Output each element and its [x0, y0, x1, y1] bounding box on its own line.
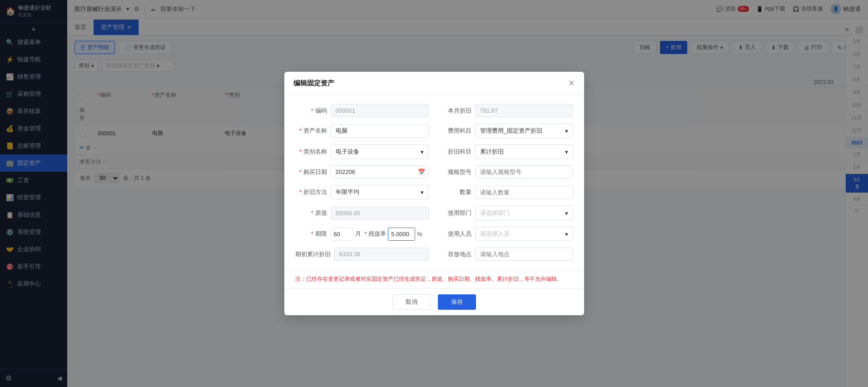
- purchase-date-wrap: 📅: [331, 165, 429, 179]
- form-item-department: 使用部门 请选择部门 ▾: [440, 206, 573, 220]
- expense-cat-select[interactable]: 管理费用_固定资产折旧 ▾: [475, 124, 573, 138]
- monthly-dep-input: [475, 104, 573, 117]
- original-value-label: 原值: [295, 209, 327, 217]
- period-unit: 月: [355, 230, 361, 238]
- residual-rate-input: [388, 228, 415, 241]
- purchase-date-label: 购买日期: [295, 168, 327, 176]
- accum-dep-label: 期初累计折旧: [295, 250, 331, 258]
- form-item-code: 编码: [295, 104, 429, 117]
- user-label: 使用人员: [440, 230, 471, 238]
- form-item-period-residual: 期限 月 * 残值率 %: [295, 227, 429, 241]
- period-label: 期限: [295, 230, 327, 238]
- form-item-dep-cat: 折旧科目 累计折旧 ▾: [440, 144, 573, 159]
- dep-method-select[interactable]: 年限平均 ▾: [331, 185, 429, 199]
- category-label: 类别名称: [295, 148, 327, 156]
- purchase-date-input[interactable]: [331, 165, 429, 179]
- form-item-asset-name: 资产名称: [295, 124, 429, 138]
- dialog-body: 编码 本月折旧 资产名称 费用科目 管理费用_固定资产折旧: [284, 95, 584, 270]
- dialog-note: 注：已经存在变更记录或者对应固定资产已经生成凭证，原值、购买日期、残值率、累计折…: [284, 270, 584, 288]
- code-input[interactable]: [331, 104, 429, 117]
- dialog-title: 编辑固定资产: [293, 79, 334, 88]
- dialog-footer: 取消 保存: [284, 288, 584, 315]
- monthly-dep-label: 本月折旧: [440, 107, 471, 115]
- asset-name-label: 资产名称: [295, 127, 327, 135]
- edit-asset-dialog: 编辑固定资产 ✕ 编码 本月折旧 资产名称: [284, 72, 584, 315]
- quantity-input[interactable]: [475, 186, 573, 199]
- dropdown-arrow5: ▾: [565, 210, 568, 217]
- calendar-icon: 📅: [418, 169, 425, 175]
- location-label: 存放地点: [440, 250, 471, 258]
- dropdown-arrow6: ▾: [565, 231, 568, 238]
- location-input[interactable]: [475, 248, 573, 261]
- user-select[interactable]: 请选择人员 ▾: [475, 227, 573, 241]
- form-item-quantity: 数量: [440, 185, 573, 199]
- code-label: 编码: [295, 107, 327, 115]
- spec-label: 规格型号: [440, 168, 471, 176]
- dialog-overlay: 编辑固定资产 ✕ 编码 本月折旧 资产名称: [0, 0, 868, 387]
- dialog-close-btn[interactable]: ✕: [568, 78, 575, 88]
- dropdown-arrow: ▾: [565, 128, 568, 134]
- dep-cat-label: 折旧科目: [440, 148, 471, 156]
- form-grid: 编码 本月折旧 资产名称 费用科目 管理费用_固定资产折旧: [295, 104, 573, 261]
- asset-name-input[interactable]: [331, 124, 429, 138]
- form-item-user: 使用人员 请选择人员 ▾: [440, 227, 573, 241]
- dropdown-arrow4: ▾: [421, 189, 424, 196]
- form-item-accum-dep: 期初累计折旧: [295, 248, 429, 261]
- form-item-original-value: 原值: [295, 206, 429, 220]
- dep-cat-select[interactable]: 累计折旧 ▾: [475, 144, 573, 159]
- residual-rate-label: * 残值率: [365, 230, 387, 238]
- save-button[interactable]: 保存: [438, 294, 476, 310]
- dep-method-label: 折旧方法: [295, 188, 327, 196]
- form-item-location: 存放地点: [440, 248, 573, 261]
- residual-rate-unit: %: [417, 231, 422, 238]
- department-label: 使用部门: [440, 209, 471, 217]
- quantity-label: 数量: [440, 188, 471, 196]
- department-select[interactable]: 请选择部门 ▾: [475, 206, 573, 220]
- form-item-expense-cat: 费用科目 管理费用_固定资产折旧 ▾: [440, 124, 573, 138]
- category-select[interactable]: 电子设备 ▾: [331, 144, 429, 159]
- cancel-button[interactable]: 取消: [392, 294, 431, 310]
- dropdown-arrow3: ▾: [565, 149, 568, 155]
- expense-cat-label: 费用科目: [440, 127, 471, 135]
- form-item-spec: 规格型号: [440, 165, 573, 179]
- spec-input[interactable]: [475, 165, 573, 179]
- accum-dep-input: [334, 248, 429, 261]
- original-value-input: [331, 207, 429, 220]
- dialog-header: 编辑固定资产 ✕: [284, 72, 584, 95]
- form-item-dep-method: 折旧方法 年限平均 ▾: [295, 185, 429, 199]
- period-input: [331, 228, 353, 241]
- dropdown-arrow2: ▾: [421, 149, 424, 155]
- form-item-category: 类别名称 电子设备 ▾: [295, 144, 429, 159]
- form-item-monthly-dep: 本月折旧: [440, 104, 573, 117]
- form-item-purchase-date: 购买日期 📅: [295, 165, 429, 179]
